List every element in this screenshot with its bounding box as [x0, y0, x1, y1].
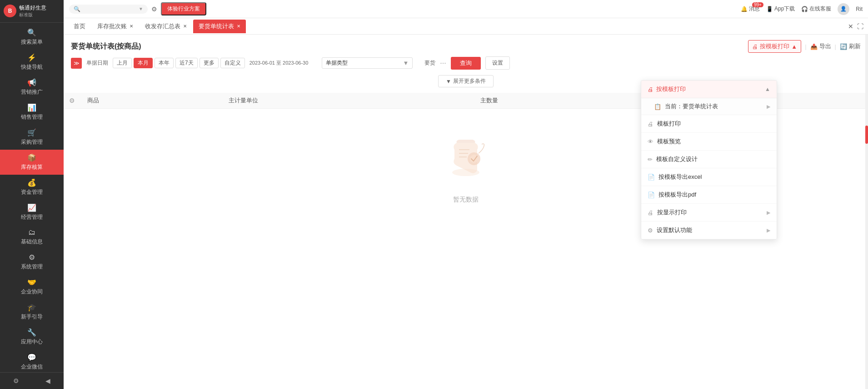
query-button[interactable]: 查询	[451, 57, 481, 70]
tab-home[interactable]: 首页	[68, 20, 91, 33]
sidebar-item-inventory[interactable]: 📦 库存核算	[0, 150, 64, 175]
dropdown-item-template-custom[interactable]: ✏ 模板自定义设计	[641, 151, 777, 168]
dropdown-item-default-function[interactable]: ⚙ 设置默认功能 ▶	[641, 222, 777, 239]
chevron-right-icon: ▶	[767, 227, 770, 233]
sidebar-item-purchase[interactable]: 🛒 采购管理	[0, 125, 64, 150]
template-print-button[interactable]: 🖨 按模板打印 ▲	[748, 40, 801, 53]
last7-button[interactable]: 近7天	[175, 58, 198, 68]
download-icon: 📱	[766, 6, 773, 12]
tabs-bar: 首页 库存批次账 ✕ 收发存汇总表 ✕ 要货单统计表 ✕ ✕ ⛶	[64, 18, 868, 35]
sidebar-item-basic[interactable]: 🗂 基础信息	[0, 225, 64, 249]
search-input[interactable]	[82, 6, 137, 12]
tab-order-stats-label: 要货单统计表	[199, 22, 234, 30]
tab-batch-account[interactable]: 库存批次账 ✕	[92, 20, 139, 33]
ellipsis-button[interactable]: ···	[440, 59, 446, 67]
username-label[interactable]: Rit	[856, 6, 863, 12]
maximize-tab-button[interactable]: ⛶	[857, 23, 863, 30]
current-template-item[interactable]: 📋 当前：要货单统计表 ▶	[641, 98, 777, 115]
search-icon: 🔍	[27, 28, 36, 37]
sidebar-item-label: 销售管理	[21, 113, 43, 121]
sidebar-item-search[interactable]: 🔍 搜索菜单	[0, 25, 64, 50]
close-tab-button[interactable]: ✕	[848, 23, 853, 30]
preview-icon: 👁	[648, 138, 653, 145]
prev-month-button[interactable]: 上月	[113, 58, 132, 68]
chevron-right-icon: ▶	[767, 210, 770, 216]
dropdown-close-button[interactable]: ▲	[765, 86, 770, 92]
marketing-icon: 📢	[27, 78, 36, 87]
refresh-icon: 🔄	[840, 43, 847, 50]
setting-button[interactable]: 设置	[485, 56, 510, 70]
filter-row: ≫ 单据日期 上月 本月 本年 近7天 更多 自定义 2023-06-01 至 …	[64, 53, 868, 73]
item-left: 👁 模板预览	[648, 137, 681, 146]
notification-badge: 99+	[752, 2, 763, 7]
dropdown-item-template-pdf[interactable]: 📄 按模板导出pdf	[641, 186, 777, 204]
dropdown-item-template-print[interactable]: 🖨 模板打印	[641, 115, 777, 133]
template-print-label: 按模板打印	[760, 42, 789, 51]
item-label: 模板自定义设计	[656, 155, 698, 163]
filter-arrow-button[interactable]: ≫	[71, 58, 82, 69]
table-settings-icon[interactable]: ⚙	[69, 97, 75, 104]
app-download-label: App下载	[774, 5, 795, 13]
dropdown-item-template-preview[interactable]: 👁 模板预览	[641, 133, 777, 151]
sidebar-item-marketing[interactable]: 📢 营销推广	[0, 75, 64, 100]
dropdown-item-display-print[interactable]: 🖨 按显示打印 ▶	[641, 204, 777, 222]
divider: |	[805, 43, 806, 50]
sidebar-item-label: 基础信息	[21, 238, 43, 246]
user-avatar[interactable]: 👤	[838, 3, 849, 15]
sidebar-item-cooperation[interactable]: 🤝 企业协同	[0, 274, 64, 299]
topbar: 🔍 ▼ ⚙ 体验行业方案 🔔 消息 99+ 📱 App下载 🎧 在线客服 👤	[64, 0, 868, 18]
sidebar-item-finance[interactable]: 💰 资金管理	[0, 175, 64, 200]
operations-icon: 📈	[27, 203, 36, 212]
close-icon[interactable]: ✕	[130, 24, 133, 29]
sidebar-item-sales[interactable]: 📊 销售管理	[0, 100, 64, 125]
empty-text: 暂无数据	[453, 196, 479, 204]
settings-button[interactable]: ⚙	[13, 377, 19, 384]
trial-button[interactable]: 体验行业方案	[161, 2, 206, 15]
sidebar-item-operations[interactable]: 📈 经营管理	[0, 200, 64, 225]
sidebar-item-shortcut[interactable]: ⚡ 快捷导航	[0, 50, 64, 75]
sidebar-item-system[interactable]: ⚙ 系统管理	[0, 249, 64, 274]
current-year-button[interactable]: 本年	[155, 58, 174, 68]
item-label: 按模板导出pdf	[658, 191, 696, 199]
divider2: |	[835, 43, 836, 50]
cargo-type-label: 要货	[424, 59, 435, 67]
online-service-button[interactable]: 🎧 在线客服	[801, 5, 831, 13]
tab-order-stats[interactable]: 要货单统计表 ✕	[193, 20, 246, 33]
order-type-label: 单据类型	[326, 59, 348, 67]
collapse-button[interactable]: ◀	[45, 377, 50, 384]
page-actions: 🖨 按模板打印 ▲ | 📤 导出 | 🔄 刷新	[748, 40, 861, 53]
gear-icon[interactable]: ⚙	[151, 5, 157, 13]
close-icon[interactable]: ✕	[237, 24, 240, 29]
export-button[interactable]: 📤 导出	[810, 42, 831, 51]
sidebar-item-guide[interactable]: 🎓 新手引导	[0, 299, 64, 324]
system-icon: ⚙	[29, 253, 35, 262]
guide-icon: 🎓	[27, 303, 36, 312]
close-icon[interactable]: ✕	[183, 24, 187, 29]
tab-receipt-summary[interactable]: 收发存汇总表 ✕	[140, 20, 192, 33]
empty-illustration	[443, 136, 489, 190]
expand-more-button[interactable]: ▼ 展开更多条件	[438, 75, 494, 87]
sidebar-item-wechat[interactable]: 💬 企业微信	[0, 349, 64, 372]
tabs-controls: ✕ ⛶	[848, 23, 863, 30]
template-print-dropdown: 🖨 按模板打印 ▲ 📋 当前：要货单统计表 ▶ 🖨 模板打印	[641, 80, 777, 240]
sidebar-item-label: 采购管理	[21, 138, 43, 146]
notification-button[interactable]: 🔔 消息 99+	[741, 5, 760, 13]
search-bar[interactable]: 🔍 ▼	[69, 5, 148, 14]
sidebar-item-label: 企业微信	[21, 363, 43, 371]
item-label: 模板打印	[657, 120, 681, 128]
dropdown-item-template-excel[interactable]: 📄 按模板导出excel	[641, 168, 777, 186]
basic-icon: 🗂	[28, 228, 35, 237]
order-type-select[interactable]: 单据类型 ▼	[322, 57, 413, 69]
refresh-button[interactable]: 🔄 刷新	[840, 42, 861, 51]
current-month-button[interactable]: 本月	[134, 58, 153, 68]
sidebar-nav: 🔍 搜索菜单 ⚡ 快捷导航 📢 营销推广 📊 销售管理 🛒 采购管理 📦 库存核…	[0, 23, 64, 372]
item-label: 设置默认功能	[657, 226, 692, 234]
custom-date-button[interactable]: 自定义	[220, 58, 245, 68]
finance-icon: 💰	[27, 178, 36, 187]
app-download-button[interactable]: 📱 App下载	[766, 5, 795, 13]
more-date-button[interactable]: 更多	[200, 58, 219, 68]
sidebar-item-app[interactable]: 🔧 应用中心	[0, 324, 64, 349]
sidebar-bottom: ⚙ ◀	[0, 372, 64, 389]
scrollbar-thumb[interactable]	[865, 126, 868, 144]
date-filter-label: 单据日期	[86, 59, 108, 67]
